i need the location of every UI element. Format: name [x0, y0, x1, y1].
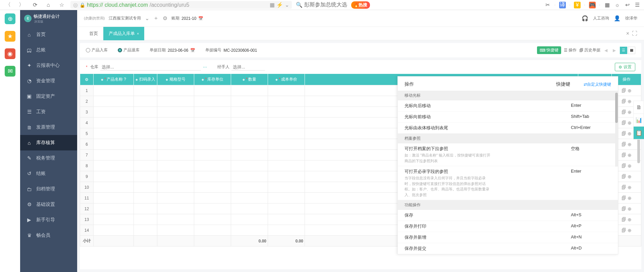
row-add-icon[interactable]: ⊕	[628, 99, 632, 104]
menu-icon[interactable]: ☰	[634, 2, 641, 8]
warehouse-input[interactable]	[100, 64, 201, 71]
radio-inbound[interactable]: 产品入库	[86, 47, 108, 53]
cell[interactable]	[194, 193, 231, 203]
shortcut-button[interactable]: ⌨ 快捷键	[537, 46, 561, 54]
float-chart-icon[interactable]: 📊	[634, 114, 644, 127]
cell[interactable]	[268, 107, 305, 118]
cell[interactable]	[94, 225, 134, 236]
scrollbar-thumb[interactable]	[615, 93, 618, 123]
cell[interactable]	[194, 161, 231, 171]
cell[interactable]	[134, 96, 157, 107]
forward-icon[interactable]: 〉	[17, 0, 26, 10]
view-list-icon[interactable]: ☰	[620, 47, 627, 54]
cell[interactable]	[157, 150, 194, 161]
cell[interactable]	[134, 118, 157, 128]
apps-icon[interactable]: ▦	[604, 2, 610, 8]
cell[interactable]	[194, 107, 231, 118]
sort-icon[interactable]: ◆	[202, 78, 204, 81]
sort-icon[interactable]: ◆	[101, 78, 103, 81]
more-icon[interactable]: ↩	[624, 2, 631, 8]
cell[interactable]	[194, 203, 231, 214]
row-add-icon[interactable]: ⊕	[628, 131, 632, 136]
cell[interactable]	[268, 128, 305, 139]
scissors-icon[interactable]: ✂	[544, 2, 551, 8]
nav-item-8[interactable]: ✎税务管理	[20, 150, 77, 166]
cell[interactable]	[134, 85, 157, 96]
cell[interactable]	[157, 171, 194, 182]
row-add-icon[interactable]: ⊕	[628, 163, 632, 169]
row-copy-icon[interactable]: 🗐	[622, 174, 626, 179]
doc-date-field[interactable]: 单据日期 2023-06-06 📅	[150, 47, 195, 53]
popup-scrollbar[interactable]	[615, 93, 618, 167]
cell[interactable]	[268, 182, 305, 193]
cell[interactable]	[268, 139, 305, 150]
cell[interactable]	[94, 214, 134, 225]
handler-input[interactable]	[231, 64, 265, 71]
favorite-icon[interactable]: ☆	[57, 0, 66, 10]
handler-field[interactable]: 经手人	[217, 64, 265, 71]
cell[interactable]	[94, 193, 134, 203]
row-add-icon[interactable]: ⊕	[628, 142, 632, 147]
cell[interactable]	[134, 225, 157, 236]
home-icon[interactable]: ⌂	[44, 0, 53, 10]
row-add-icon[interactable]: ⊕	[628, 206, 632, 212]
nav-item-6[interactable]: 🗎发票管理	[20, 120, 77, 135]
bolt-icon[interactable]: ⚡	[276, 2, 283, 8]
col-header-6[interactable]: ◆ *成本单价	[268, 74, 305, 85]
cell[interactable]	[157, 96, 194, 107]
row-copy-icon[interactable]: 🗐	[622, 142, 626, 147]
view-grid-icon[interactable]: ▦	[628, 47, 635, 54]
cell[interactable]	[268, 161, 305, 171]
row-copy-icon[interactable]: 🗐	[622, 185, 626, 190]
row-add-icon[interactable]: ⊕	[628, 195, 632, 201]
translate-icon[interactable]: 译	[559, 2, 566, 8]
cell[interactable]	[268, 85, 305, 96]
row-copy-icon[interactable]: 🗐	[622, 195, 626, 201]
add-icon[interactable]: ＋	[153, 15, 159, 22]
row-copy-icon[interactable]: 🗐	[622, 109, 626, 115]
sort-icon[interactable]: ◆	[166, 78, 168, 81]
warehouse-field[interactable]: * 仓库 ⋯	[86, 64, 207, 71]
col-header-1[interactable]: ◆ *产品名称 ?	[94, 74, 134, 85]
user-name[interactable]: 徐泽华	[625, 15, 637, 21]
tab-close-icon[interactable]: ×	[137, 32, 139, 36]
game-icon[interactable]: 🎮	[589, 2, 596, 8]
cell[interactable]	[231, 171, 268, 182]
coin-icon[interactable]: ¥	[574, 2, 581, 8]
cell[interactable]	[194, 118, 231, 128]
nav-item-7[interactable]: ⌂库存核算	[20, 135, 77, 150]
operation-button[interactable]: ☰ 操作	[564, 47, 577, 53]
sort-icon[interactable]: ◆	[243, 78, 245, 81]
row-add-icon[interactable]: ⊕	[628, 120, 632, 126]
row-copy-icon[interactable]: 🗐	[622, 163, 626, 169]
mini-icon-0[interactable]: ⊕	[5, 13, 15, 24]
row-add-icon[interactable]: ⊕	[628, 185, 632, 190]
cell[interactable]	[268, 203, 305, 214]
cell[interactable]	[268, 150, 305, 161]
col-header-5[interactable]: ◆ *数量	[231, 74, 268, 85]
cell[interactable]	[268, 118, 305, 128]
mini-icon-3[interactable]: ✉	[5, 66, 15, 77]
custom-shortcut-link[interactable]: ⇄自定义快捷键	[584, 82, 611, 87]
cell[interactable]	[157, 214, 194, 225]
cell[interactable]	[268, 96, 305, 107]
row-copy-icon[interactable]: 🗐	[622, 206, 626, 212]
cell[interactable]	[231, 182, 268, 193]
address-bar[interactable]: ◎ 🔒 https://cloud.chanjet.com/accounting…	[70, 1, 292, 9]
sort-icon[interactable]: ◆	[275, 78, 278, 81]
cell[interactable]	[194, 139, 231, 150]
row-copy-icon[interactable]: 🗐	[622, 217, 626, 222]
settings-button[interactable]: ⚙ 设置	[615, 63, 635, 71]
reload-icon[interactable]: ⟳	[30, 0, 40, 10]
col-header-2[interactable]: ◆ 扫码录入	[134, 74, 157, 85]
cell[interactable]	[134, 161, 157, 171]
cell[interactable]	[134, 139, 157, 150]
row-copy-icon[interactable]: 🗐	[622, 228, 626, 233]
sort-icon[interactable]: ◆	[136, 78, 138, 81]
cell[interactable]	[194, 96, 231, 107]
nav-item-5[interactable]: ☰工资	[20, 104, 77, 120]
cell[interactable]	[231, 203, 268, 214]
cell[interactable]	[268, 225, 305, 236]
cell[interactable]	[157, 128, 194, 139]
float-doc-icon[interactable]: 🗎	[634, 101, 644, 114]
